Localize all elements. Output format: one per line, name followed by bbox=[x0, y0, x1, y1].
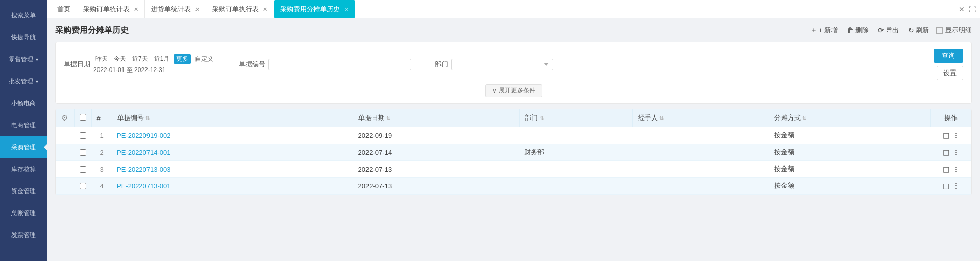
close-window-icon[interactable]: ✕ bbox=[959, 5, 965, 13]
tab-bar-actions: ✕ ⛶ bbox=[959, 5, 976, 13]
sort-icon-doc-no[interactable]: ⇅ bbox=[145, 115, 150, 121]
cell-handler-3 bbox=[632, 178, 769, 195]
cell-handler-0 bbox=[632, 127, 769, 144]
col-doc-date-header: 单据日期 ⇅ bbox=[353, 109, 520, 127]
sidebar-item-wholesale[interactable]: 批发管理 ▾ bbox=[0, 70, 47, 92]
sidebar-item-ecom[interactable]: 电商管理 bbox=[0, 114, 47, 136]
col-dept-label: 部门 bbox=[525, 113, 538, 123]
sidebar-item-search[interactable]: 搜索菜单 bbox=[0, 4, 47, 26]
cell-dept-2 bbox=[519, 161, 632, 178]
col-num-label: # bbox=[97, 114, 101, 122]
cell-settings-2 bbox=[56, 161, 74, 178]
tab-goods-inbound-stat[interactable]: 进货单统计表 ✕ bbox=[145, 0, 206, 18]
sort-icon-split-method[interactable]: ⇅ bbox=[802, 115, 806, 121]
cell-handler-1 bbox=[632, 144, 769, 161]
export-button[interactable]: ⟳ 导出 bbox=[876, 25, 901, 36]
column-settings-icon[interactable]: ⚙ bbox=[61, 113, 68, 122]
doc-no-link-1[interactable]: PE-20220714-001 bbox=[117, 149, 171, 156]
sort-icon-dept[interactable]: ⇅ bbox=[540, 115, 544, 121]
table-row: 4 PE-20220713-001 2022-07-13 按金额 ◫ ⋮ bbox=[56, 178, 971, 195]
search-button[interactable]: 查询 bbox=[934, 49, 963, 63]
sidebar-item-ledger[interactable]: 总账管理 bbox=[0, 202, 47, 224]
tab-purchase-order-stat[interactable]: 采购订单统计表 ✕ bbox=[77, 0, 145, 18]
dept-filter: 部门 bbox=[435, 59, 553, 70]
edit-icon-0[interactable]: ◫ bbox=[943, 131, 949, 139]
sidebar-item-quick[interactable]: 快捷导航 bbox=[0, 26, 47, 48]
toolbar: ＋ + 新增 🗑 删除 ⟳ 导出 ↻ 刷新 显示明细 bbox=[808, 25, 972, 36]
edit-icon-1[interactable]: ◫ bbox=[943, 148, 949, 156]
cell-dept-3 bbox=[519, 178, 632, 195]
doc-no-link-0[interactable]: PE-20220919-002 bbox=[117, 132, 171, 139]
col-split-method-label: 分摊方式 bbox=[774, 113, 801, 123]
cell-actions-1: ◫ ⋮ bbox=[930, 144, 971, 161]
cell-split-method-3: 按金额 bbox=[769, 178, 930, 195]
shortcut-yesterday[interactable]: 昨天 bbox=[93, 54, 110, 64]
sidebar-item-finance[interactable]: 资金管理 bbox=[0, 180, 47, 202]
cell-checkbox-1 bbox=[74, 144, 91, 161]
cell-dept-0 bbox=[519, 127, 632, 144]
tab-close-goods-inbound-stat[interactable]: ✕ bbox=[195, 0, 200, 18]
cell-split-method-1: 按金额 bbox=[769, 144, 930, 161]
expand-button[interactable]: ∨ 展开更多条件 bbox=[485, 84, 542, 97]
page-header: 采购费用分摊单历史 ＋ + 新增 🗑 删除 ⟳ 导出 ↻ 刷新 bbox=[55, 25, 972, 36]
more-icon-3[interactable]: ⋮ bbox=[952, 182, 960, 190]
filter-settings-button[interactable]: 设置 bbox=[937, 66, 963, 80]
sort-icon-doc-date[interactable]: ⇅ bbox=[386, 115, 390, 121]
date-range-display: 2022-01-01 至 2022-12-31 bbox=[93, 66, 215, 75]
cell-split-method-2: 按金额 bbox=[769, 161, 930, 178]
add-button[interactable]: ＋ + 新增 bbox=[808, 25, 840, 36]
expand-icon: ∨ bbox=[492, 87, 497, 94]
shortcut-custom[interactable]: 自定义 bbox=[193, 54, 215, 64]
main-content: 首页 采购订单统计表 ✕ 进货单统计表 ✕ 采购订单执行表 ✕ 采购费用分摊单历… bbox=[47, 0, 980, 261]
cell-checkbox-3 bbox=[74, 178, 91, 195]
sort-icon-handler[interactable]: ⇅ bbox=[659, 115, 664, 121]
tab-purchase-order-exec[interactable]: 采购订单执行表 ✕ bbox=[206, 0, 274, 18]
dept-filter-label: 部门 bbox=[435, 60, 448, 69]
cell-actions-0: ◫ ⋮ bbox=[930, 127, 971, 144]
shortcut-1month[interactable]: 近1月 bbox=[152, 54, 172, 64]
date-filter-label: 单据日期 bbox=[64, 60, 90, 69]
sidebar-item-mini[interactable]: 小畅电商 bbox=[0, 92, 47, 114]
shortcut-more[interactable]: 更多 bbox=[174, 54, 191, 64]
cell-doc-date-1: 2022-07-14 bbox=[353, 144, 520, 161]
data-table: ⚙ # 单据编号 ⇅ bbox=[56, 109, 971, 195]
edit-icon-3[interactable]: ◫ bbox=[943, 182, 949, 190]
doc-no-link-2[interactable]: PE-20220713-003 bbox=[117, 165, 171, 173]
filter-row-1: 单据日期 昨天 今天 近7天 近1月 更多 自定义 2022-01-01 至 2… bbox=[64, 49, 963, 80]
tab-purchase-cost-split[interactable]: 采购费用分摊单历史 ✕ bbox=[274, 0, 355, 18]
row-checkbox-1[interactable] bbox=[80, 149, 86, 156]
cell-doc-no-3: PE-20220713-001 bbox=[112, 178, 353, 195]
more-icon-1[interactable]: ⋮ bbox=[952, 148, 960, 156]
show-columns-button[interactable]: 显示明细 bbox=[936, 26, 972, 35]
select-all-checkbox[interactable] bbox=[80, 114, 86, 121]
tab-close-purchase-cost-split[interactable]: ✕ bbox=[344, 0, 349, 18]
doc-no-input[interactable] bbox=[268, 59, 411, 70]
tab-close-purchase-order-stat[interactable]: ✕ bbox=[134, 0, 138, 18]
doc-no-link-3[interactable]: PE-20220713-001 bbox=[117, 182, 171, 190]
expand-window-icon[interactable]: ⛶ bbox=[969, 5, 976, 13]
sidebar-item-invoice[interactable]: 发票管理 bbox=[0, 224, 47, 246]
sidebar: 搜索菜单 快捷导航 零售管理 ▾ 批发管理 ▾ 小畅电商 电商管理 采购管理 库… bbox=[0, 0, 47, 261]
sidebar-item-stock[interactable]: 库存核算 bbox=[0, 158, 47, 180]
dept-select[interactable] bbox=[451, 59, 553, 70]
edit-icon-2[interactable]: ◫ bbox=[943, 165, 949, 173]
sidebar-item-retail[interactable]: 零售管理 ▾ bbox=[0, 48, 47, 70]
cell-num-3: 4 bbox=[91, 178, 112, 195]
tab-close-purchase-order-exec[interactable]: ✕ bbox=[263, 0, 267, 18]
tab-home[interactable]: 首页 bbox=[51, 0, 77, 18]
row-checkbox-3[interactable] bbox=[80, 183, 86, 189]
delete-button[interactable]: 🗑 删除 bbox=[845, 25, 871, 36]
col-split-method-header: 分摊方式 ⇅ bbox=[769, 109, 930, 127]
col-actions-label: 操作 bbox=[944, 114, 958, 122]
row-checkbox-2[interactable] bbox=[80, 166, 86, 173]
col-doc-no-label: 单据编号 bbox=[117, 113, 144, 123]
refresh-button[interactable]: ↻ 刷新 bbox=[906, 25, 931, 36]
tab-bar: 首页 采购订单统计表 ✕ 进货单统计表 ✕ 采购订单执行表 ✕ 采购费用分摊单历… bbox=[47, 0, 980, 18]
more-icon-0[interactable]: ⋮ bbox=[952, 131, 960, 139]
col-doc-no-header: 单据编号 ⇅ bbox=[112, 109, 353, 127]
more-icon-2[interactable]: ⋮ bbox=[952, 165, 960, 173]
sidebar-item-purchase[interactable]: 采购管理 bbox=[0, 136, 47, 158]
shortcut-today[interactable]: 今天 bbox=[112, 54, 128, 64]
shortcut-7days[interactable]: 近7天 bbox=[130, 54, 150, 64]
row-checkbox-0[interactable] bbox=[80, 132, 86, 139]
